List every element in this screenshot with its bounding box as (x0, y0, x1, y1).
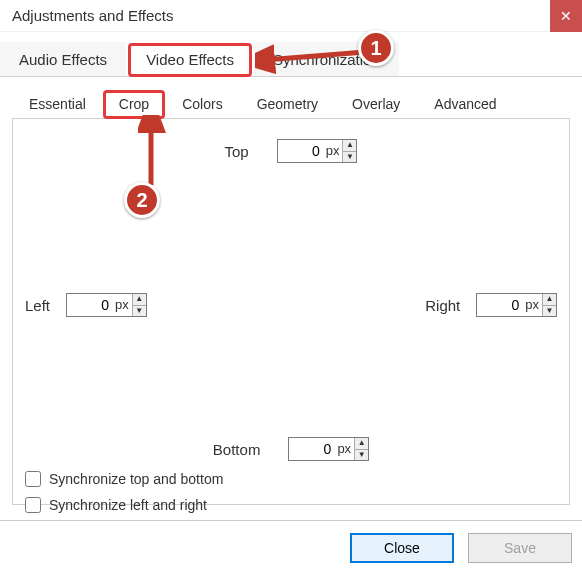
annotation-badge-1: 1 (358, 30, 394, 66)
crop-top-spinner[interactable]: px ▲ ▼ (277, 139, 358, 163)
crop-right-step-up[interactable]: ▲ (543, 294, 556, 306)
subtab-essential[interactable]: Essential (12, 89, 103, 118)
sync-top-bottom-label: Synchronize top and bottom (49, 471, 223, 487)
save-button: Save (468, 533, 572, 563)
crop-top-row: Top px ▲ ▼ (25, 139, 557, 163)
crop-left-group: Left px ▲ ▼ (25, 293, 147, 317)
sync-left-right-label: Synchronize left and right (49, 497, 207, 513)
crop-mid-row: Left px ▲ ▼ Right px ▲ ▼ (25, 293, 557, 317)
crop-bottom-input[interactable] (289, 438, 335, 460)
subtab-crop[interactable]: Crop (103, 90, 165, 119)
crop-top-stepper: ▲ ▼ (342, 140, 356, 162)
crop-bottom-stepper: ▲ ▼ (354, 438, 368, 460)
crop-top-unit: px (324, 140, 343, 162)
footer-divider (0, 520, 582, 521)
close-icon: ✕ (560, 8, 572, 24)
crop-bottom-row: Bottom px ▲ ▼ (25, 437, 557, 461)
subtab-geometry[interactable]: Geometry (240, 89, 335, 118)
sync-left-right-row: Synchronize left and right (25, 497, 557, 513)
crop-left-step-down[interactable]: ▼ (133, 306, 146, 317)
crop-right-label: Right (425, 297, 460, 314)
crop-top-input[interactable] (278, 140, 324, 162)
crop-right-stepper: ▲ ▼ (542, 294, 556, 316)
crop-panel: Top px ▲ ▼ Left px ▲ ▼ Right (12, 119, 570, 505)
crop-left-step-up[interactable]: ▲ (133, 294, 146, 306)
tab-audio-effects[interactable]: Audio Effects (0, 42, 126, 76)
sync-top-bottom-checkbox[interactable] (25, 471, 41, 487)
subtab-advanced[interactable]: Advanced (417, 89, 513, 118)
close-window-button[interactable]: ✕ (550, 0, 582, 32)
crop-left-spinner[interactable]: px ▲ ▼ (66, 293, 147, 317)
crop-bottom-label: Bottom (213, 441, 261, 458)
crop-right-input[interactable] (477, 294, 523, 316)
crop-right-unit: px (523, 294, 542, 316)
crop-right-spinner[interactable]: px ▲ ▼ (476, 293, 557, 317)
crop-left-stepper: ▲ ▼ (132, 294, 146, 316)
annotation-badge-2: 2 (124, 182, 160, 218)
crop-bottom-spinner[interactable]: px ▲ ▼ (288, 437, 369, 461)
footer: Close Save (340, 525, 582, 571)
window-title: Adjustments and Effects (12, 7, 173, 24)
crop-left-unit: px (113, 294, 132, 316)
crop-right-step-down[interactable]: ▼ (543, 306, 556, 317)
crop-left-label: Left (25, 297, 50, 314)
crop-top-label: Top (225, 143, 249, 160)
crop-bottom-unit: px (335, 438, 354, 460)
crop-bottom-step-down[interactable]: ▼ (355, 450, 368, 461)
sub-tabs: Essential Crop Colors Geometry Overlay A… (12, 89, 570, 119)
close-button[interactable]: Close (350, 533, 454, 563)
crop-right-group: Right px ▲ ▼ (425, 293, 557, 317)
crop-bottom-step-up[interactable]: ▲ (355, 438, 368, 450)
sync-left-right-checkbox[interactable] (25, 497, 41, 513)
sync-top-bottom-row: Synchronize top and bottom (25, 471, 557, 487)
titlebar: Adjustments and Effects ✕ (0, 0, 582, 32)
subtab-overlay[interactable]: Overlay (335, 89, 417, 118)
crop-top-step-up[interactable]: ▲ (343, 140, 356, 152)
subtab-colors[interactable]: Colors (165, 89, 239, 118)
crop-left-input[interactable] (67, 294, 113, 316)
main-tabs: Audio Effects Video Effects Synchronizat… (0, 42, 582, 77)
tab-video-effects[interactable]: Video Effects (128, 43, 252, 77)
crop-top-step-down[interactable]: ▼ (343, 152, 356, 163)
